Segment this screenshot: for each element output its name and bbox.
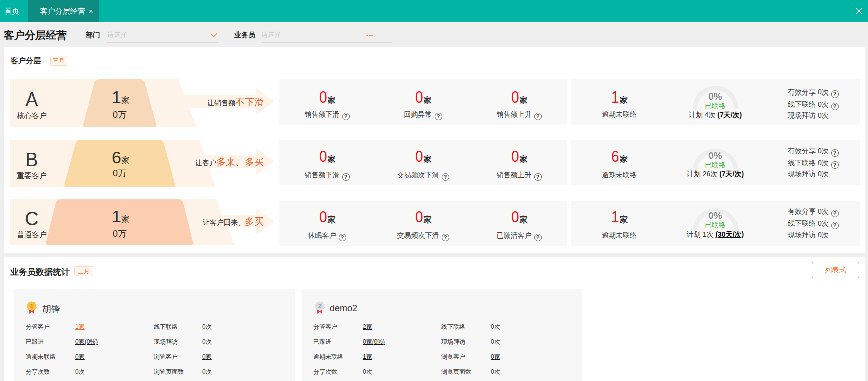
svg-text:1: 1	[30, 303, 34, 310]
svg-text:2: 2	[318, 303, 322, 310]
